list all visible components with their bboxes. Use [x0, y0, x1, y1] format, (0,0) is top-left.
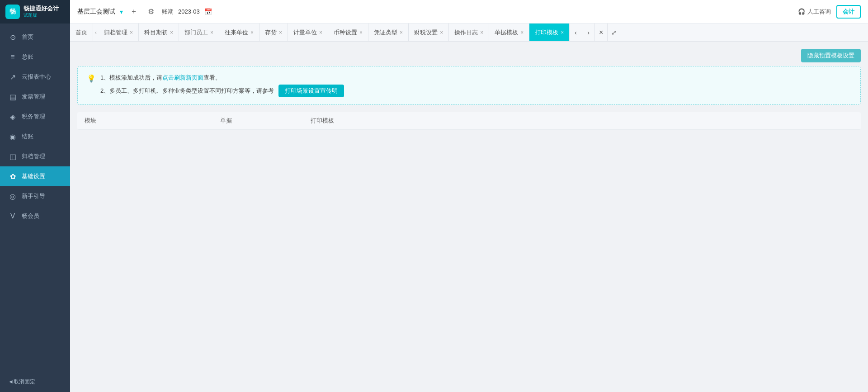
tab-print-template-label: 打印模板 — [535, 28, 558, 37]
info-line2-prefix: 2、多员工、多打印机、多种业务类型设置不同打印方案等，请参考 — [100, 87, 274, 94]
tabbar: 首页 ‹ 归档管理 × 科目期初 × 部门员工 × 往来单位 × 存货 × 计量… — [70, 24, 868, 42]
tab-unit[interactable]: 计量单位 × — [288, 24, 328, 42]
sidebar-icon-settings: ✿ — [8, 172, 17, 181]
sidebar-label-reports: 云报表中心 — [22, 73, 51, 81]
tab-currency[interactable]: 币种设置 × — [328, 24, 368, 42]
sidebar-label-home: 首页 — [22, 33, 33, 41]
sidebar-label-guide: 新手引导 — [22, 192, 45, 200]
tab-voucher-type-close[interactable]: × — [400, 30, 403, 35]
info-line-1: 💡 1、模板添加成功后，请点击刷新新页面查看。 2、多员工、多打印机、多种业务类… — [87, 74, 851, 97]
info-line-1-text: 1、模板添加成功后，请点击刷新新页面查看。 — [100, 74, 344, 82]
sidebar-item-reports[interactable]: ↗ 云报表中心 — [0, 67, 70, 87]
tab-next-button[interactable]: › — [582, 24, 595, 42]
sidebar-item-home[interactable]: ⊙ 首页 — [0, 27, 70, 47]
refresh-link[interactable]: 点击刷新新页面 — [162, 74, 203, 81]
sidebar-label-settings: 基础设置 — [22, 172, 45, 180]
sidebar-item-member[interactable]: V 畅会员 — [0, 206, 70, 226]
sidebar-item-checkout[interactable]: ◉ 结账 — [0, 127, 70, 146]
sidebar-label-member: 畅会员 — [22, 212, 39, 220]
sidebar-item-ledger[interactable]: ≡ 总账 — [0, 47, 70, 67]
info-line1-suffix: 查看。 — [203, 74, 221, 81]
sidebar-item-guide[interactable]: ◎ 新手引导 — [0, 186, 70, 206]
tab-operation-log-close[interactable]: × — [480, 30, 483, 35]
sidebar-item-tax[interactable]: ◈ 税务管理 — [0, 107, 70, 127]
topbar-left: 基层工会测试 ▾ ＋ ⚙ 账期 2023-03 📅 — [77, 5, 212, 18]
tab-home-prev-icon[interactable]: ‹ — [93, 29, 99, 36]
tab-archive-mgmt[interactable]: 归档管理 × — [99, 24, 139, 42]
tab-print-template-close[interactable]: × — [561, 30, 564, 35]
sidebar-nav: ⊙ 首页 ≡ 总账 ↗ 云报表中心 ▤ 发票管理 ◈ 税务管理 ◉ 结账 ◫ 归… — [0, 24, 70, 372]
tab-tax-settings[interactable]: 财税设置 × — [409, 24, 449, 42]
tab-home[interactable]: 首页 — [70, 24, 93, 42]
headset-icon: 🎧 — [798, 8, 805, 15]
info-box: 💡 1、模板添加成功后，请点击刷新新页面查看。 2、多员工、多打印机、多种业务类… — [77, 66, 861, 105]
tab-currency-close[interactable]: × — [359, 30, 363, 35]
sidebar-label-ledger: 总账 — [22, 53, 33, 61]
tab-receipt-template-close[interactable]: × — [520, 30, 524, 35]
page-inner: 隐藏预置模板设置 💡 1、模板添加成功后，请点击刷新新页面查看。 2、多员工、多… — [70, 42, 868, 137]
sidebar-unpin-button[interactable]: ◄取消固定 — [0, 372, 70, 392]
print-scene-setting-button[interactable]: 打印场景设置宣传明 — [278, 85, 344, 97]
tab-department-staff-close[interactable]: × — [210, 30, 213, 35]
sidebar-icon-home: ⊙ — [8, 33, 17, 42]
tab-voucher-type[interactable]: 凭证类型 × — [368, 24, 409, 42]
add-tab-button[interactable]: ＋ — [127, 5, 140, 18]
tab-unit-label: 计量单位 — [293, 28, 317, 37]
sidebar-item-invoice[interactable]: ▤ 发票管理 — [0, 87, 70, 107]
topbar: 基层工会测试 ▾ ＋ ⚙ 账期 2023-03 📅 🎧 人工咨询 会计 — [70, 0, 868, 24]
tab-counterpart-label: 往来单位 — [225, 28, 248, 37]
page-content: 隐藏预置模板设置 💡 1、模板添加成功后，请点击刷新新页面查看。 2、多员工、多… — [70, 42, 868, 392]
sidebar-icon-reports: ↗ — [8, 72, 17, 81]
tab-prev-button[interactable]: ‹ — [570, 24, 582, 42]
tab-unit-close[interactable]: × — [319, 30, 322, 35]
tab-tax-settings-close[interactable]: × — [440, 30, 443, 35]
tab-archive-mgmt-close[interactable]: × — [130, 30, 133, 35]
calendar-icon[interactable]: 📅 — [204, 8, 212, 15]
tab-receipt-template-label: 单据模板 — [495, 28, 518, 37]
tab-inventory[interactable]: 存货 × — [259, 24, 288, 42]
col-receipt-header: 单据 — [220, 117, 311, 125]
tab-operation-log[interactable]: 操作日志 × — [449, 24, 489, 42]
tab-subject-initial-close[interactable]: × — [170, 30, 173, 35]
sidebar-label-invoice: 发票管理 — [22, 93, 45, 101]
tab-home-label: 首页 — [75, 28, 87, 37]
sidebar-label-archive: 归档管理 — [22, 152, 45, 161]
tab-close-all-button[interactable]: × — [595, 24, 608, 42]
main-area: 基层工会测试 ▾ ＋ ⚙ 账期 2023-03 📅 🎧 人工咨询 会计 首页 ‹… — [70, 0, 868, 392]
sidebar-item-archive[interactable]: ◫ 归档管理 — [0, 146, 70, 166]
hide-preview-template-button[interactable]: 隐藏预置模板设置 — [801, 49, 861, 62]
tab-operation-log-label: 操作日志 — [454, 28, 478, 37]
company-dropdown-icon[interactable]: ▾ — [120, 8, 123, 15]
tab-inventory-label: 存货 — [265, 28, 277, 37]
tab-archive-mgmt-label: 归档管理 — [104, 28, 127, 37]
logo-icon: 畅 — [5, 5, 20, 19]
tab-receipt-template[interactable]: 单据模板 × — [489, 24, 529, 42]
tab-inventory-close[interactable]: × — [279, 30, 282, 35]
action-bar: 隐藏预置模板设置 — [77, 49, 861, 62]
tab-currency-label: 币种设置 — [334, 28, 357, 37]
tab-department-staff[interactable]: 部门员工 × — [179, 24, 219, 42]
tab-tax-settings-label: 财税设置 — [414, 28, 438, 37]
period-label: 账期 — [162, 8, 174, 16]
info-line1-prefix: 1、模板添加成功后，请 — [100, 74, 162, 81]
sidebar-label-checkout: 结账 — [22, 132, 33, 141]
period-value: 2023-03 — [178, 8, 200, 15]
info-line-2-text: 2、多员工、多打印机、多种业务类型设置不同打印方案等，请参考 打印场景设置宣传明 — [100, 85, 344, 97]
tab-subject-initial[interactable]: 科目期初 × — [139, 24, 179, 42]
tab-print-template[interactable]: 打印模板 × — [529, 24, 570, 42]
sidebar-icon-member: V — [8, 212, 17, 221]
sidebar-icon-tax: ◈ — [8, 112, 17, 121]
tab-counterpart[interactable]: 往来单位 × — [219, 24, 259, 42]
sidebar-icon-invoice: ▤ — [8, 92, 17, 101]
tab-voucher-type-label: 凭证类型 — [374, 28, 397, 37]
settings-button[interactable]: ⚙ — [145, 5, 157, 18]
data-table: 模块 单据 打印模板 — [77, 112, 861, 130]
account-button[interactable]: 会计 — [836, 5, 861, 19]
tab-expand-button[interactable]: ⤢ — [608, 24, 620, 42]
customer-service-button[interactable]: 🎧 人工咨询 — [798, 8, 831, 16]
info-text-block: 1、模板添加成功后，请点击刷新新页面查看。 2、多员工、多打印机、多种业务类型设… — [100, 74, 344, 97]
sidebar-item-settings[interactable]: ✿ 基础设置 — [0, 166, 70, 186]
tab-counterpart-close[interactable]: × — [250, 30, 254, 35]
logo-subtitle: 试题版 — [24, 12, 59, 19]
sidebar-icon-archive: ◫ — [8, 152, 17, 161]
